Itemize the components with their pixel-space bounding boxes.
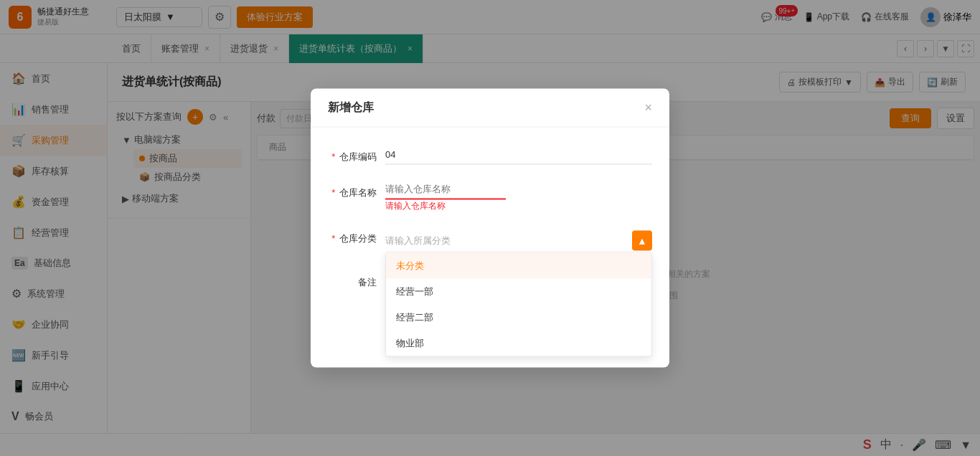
form-row-code: * 仓库编码	[328, 145, 652, 165]
name-label: * 仓库名称	[328, 180, 385, 199]
code-label: * 仓库编码	[328, 145, 385, 163]
form-row-category: * 仓库分类 请输入所属分类 ▲ 未分类 经营一部 经营二部 物业部	[328, 227, 652, 256]
dropdown-chevron-icon: ▲	[632, 231, 652, 251]
modal-body: * 仓库编码 * 仓库名称 请输入仓库名称 * 仓库分类	[311, 128, 669, 322]
dropdown-item-3[interactable]: 物业部	[386, 331, 651, 356]
notes-label: 备注	[328, 270, 385, 289]
category-label: * 仓库分类	[328, 227, 385, 245]
modal-close-button[interactable]: ×	[644, 100, 652, 115]
new-warehouse-modal: 新增仓库 × * 仓库编码 * 仓库名称 请输入仓库名称	[311, 89, 669, 368]
modal-title: 新增仓库	[328, 100, 374, 115]
category-input-wrap: 请输入所属分类 ▲ 未分类 经营一部 经营二部 物业部	[385, 227, 652, 256]
name-error-message: 请输入仓库名称	[385, 201, 446, 211]
category-dropdown-trigger[interactable]: 请输入所属分类 ▲	[385, 227, 652, 256]
dropdown-item-2[interactable]: 经营二部	[386, 305, 651, 331]
name-input[interactable]	[385, 179, 506, 200]
code-input[interactable]	[385, 145, 652, 165]
dropdown-item-1[interactable]: 经营一部	[386, 279, 651, 305]
modal-header: 新增仓库 ×	[311, 89, 669, 128]
form-row-name: * 仓库名称 请输入仓库名称	[328, 179, 652, 212]
dropdown-item-0[interactable]: 未分类	[386, 253, 651, 279]
category-dropdown-list: 未分类 经营一部 经营二部 物业部	[385, 252, 652, 357]
